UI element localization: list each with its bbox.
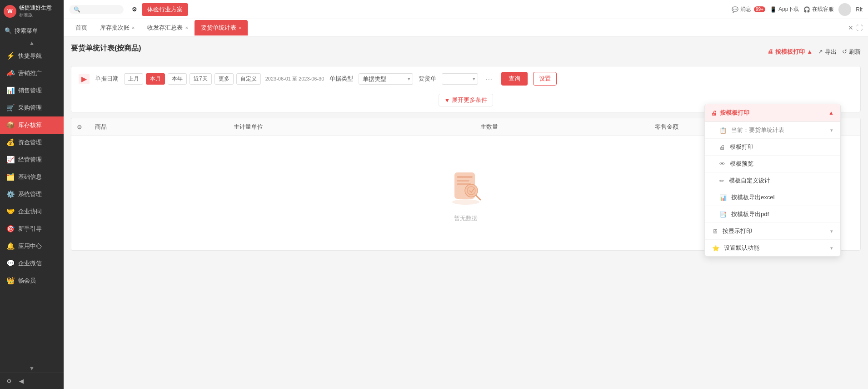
- basic-icon: 🗂️: [6, 173, 15, 181]
- sidebar-item-quick-nav[interactable]: ⚡ 快捷导航: [0, 47, 64, 65]
- refresh-button[interactable]: ↺ 刷新: [842, 48, 861, 56]
- sidebar-item-guide[interactable]: 🎯 新手引导: [0, 220, 64, 237]
- date-prev-month-button[interactable]: 上月: [124, 73, 143, 85]
- dropdown-display-print[interactable]: 🖥 按显示打印 ▾: [705, 223, 840, 240]
- dropdown-set-default-icon: ⭐: [712, 245, 719, 252]
- topbar-search-box[interactable]: 🔍: [69, 5, 124, 14]
- table-col-qty-label: 主数量: [480, 123, 498, 130]
- date-custom-button[interactable]: 自定义: [236, 73, 261, 85]
- sidebar-item-marketing[interactable]: 📣 营销推广: [0, 65, 64, 82]
- dropdown-header-right: ▲: [828, 110, 834, 116]
- sidebar-item-system[interactable]: ⚙️ 系统管理: [0, 186, 64, 203]
- export-button[interactable]: ↗ 导出: [818, 48, 837, 56]
- table-col-unit-label: 主计量单位: [234, 123, 263, 130]
- sidebar-search[interactable]: 🔍 搜索菜单: [0, 23, 64, 39]
- online-service-button[interactable]: 🎧 在线客服: [803, 5, 834, 13]
- date-range-text: 2023-06-01 至 2023-06-30: [265, 76, 324, 82]
- query-button[interactable]: 查询: [501, 72, 528, 86]
- dropdown-template-print[interactable]: 🖨 模板打印: [705, 139, 840, 156]
- app-download-button[interactable]: 📱 App下载: [770, 5, 799, 13]
- expand-more-button[interactable]: ▼ 展开更多条件: [439, 94, 494, 106]
- sidebar-scroll-down[interactable]: ▼: [0, 364, 64, 373]
- tab-order-stats-close[interactable]: ×: [239, 25, 241, 30]
- sidebar-item-inventory[interactable]: 📦 库存核算: [0, 116, 64, 134]
- tab-collect-summary-close[interactable]: ×: [185, 25, 188, 30]
- dropdown-current-template[interactable]: 📋 当前：要货单统计表 ▾: [705, 122, 840, 139]
- search-icon: 🔍: [5, 27, 12, 34]
- dropdown-header: 🖨 按模板打印 ▲: [705, 104, 840, 122]
- date-label: 单据日期: [95, 75, 119, 83]
- sidebar-item-cooperation[interactable]: 🤝 企业协同: [0, 203, 64, 220]
- sidebar-settings-icon[interactable]: ⚙: [6, 378, 12, 384]
- tab-home[interactable]: 首页: [69, 20, 94, 35]
- message-button[interactable]: 💬 消息 99+: [732, 5, 765, 13]
- svg-rect-2: [457, 176, 473, 178]
- tab-maximize-icon[interactable]: ⛶: [856, 24, 863, 31]
- sidebar-item-label: 销售管理: [18, 86, 42, 95]
- sidebar-logo: W 畅捷通好生意 标准版: [0, 0, 64, 23]
- table-col-settings-icon[interactable]: ⚙: [77, 124, 82, 131]
- member-icon: 👑: [6, 277, 15, 285]
- tab-batch-account[interactable]: 库存批次账 ×: [94, 20, 141, 35]
- svg-line-7: [476, 195, 480, 200]
- sidebar-item-finance[interactable]: 💰 资金管理: [0, 134, 64, 151]
- date-more-button[interactable]: 更多: [215, 73, 234, 85]
- dropdown-template-pdf-icon: 📑: [719, 211, 727, 218]
- tab-order-stats-label: 要货单统计表: [201, 24, 236, 32]
- tabs-end: ✕ ⛶: [848, 24, 863, 31]
- topbar-actions: 💬 消息 99+ 📱 App下载 🎧 在线客服 Rit: [732, 3, 863, 16]
- date-filter: 上月 本月 本年 近7天 更多 自定义 2023-06-01 至 2023-06…: [124, 73, 324, 85]
- date-current-year-button[interactable]: 本年: [168, 73, 187, 85]
- sidebar-item-purchase[interactable]: 🛒 采购管理: [0, 99, 64, 116]
- username-label: Rit: [856, 6, 863, 13]
- table-header-unit: 主计量单位: [228, 118, 475, 136]
- sidebar-item-appstore[interactable]: 🔔 应用中心: [0, 237, 64, 255]
- topbar-gear-icon[interactable]: ⚙: [132, 6, 137, 13]
- dropdown-template-export-pdf[interactable]: 📑 按模板导出pdf: [705, 206, 840, 223]
- industry-solution-button[interactable]: 体验行业方案: [142, 3, 188, 16]
- tab-close-window-icon[interactable]: ✕: [848, 24, 853, 31]
- service-icon: 🎧: [803, 6, 810, 13]
- print-template-label: 按模板打印: [775, 48, 805, 56]
- svg-rect-3: [457, 180, 469, 182]
- print-template-arrow-up: ▲: [807, 48, 813, 55]
- date-last7days-button[interactable]: 近7天: [190, 73, 212, 85]
- order-select[interactable]: [442, 73, 478, 85]
- marketing-icon: 📣: [6, 69, 15, 77]
- tab-order-stats[interactable]: 要货单统计表 ×: [195, 20, 248, 35]
- sidebar-item-basic[interactable]: 🗂️ 基础信息: [0, 168, 64, 186]
- sidebar-item-sales[interactable]: 📊 销售管理: [0, 82, 64, 99]
- filter-more-icon[interactable]: ···: [485, 74, 492, 84]
- sidebar-collapse-icon[interactable]: ◀: [19, 378, 24, 384]
- sidebar-item-operations[interactable]: 📈 经营管理: [0, 151, 64, 168]
- date-current-month-button[interactable]: 本月: [146, 73, 165, 85]
- dropdown-template-preview-label: 模板预览: [730, 160, 753, 168]
- type-label: 单据类型: [329, 75, 353, 83]
- user-avatar[interactable]: [838, 3, 851, 16]
- type-select[interactable]: 单据类型: [359, 73, 413, 85]
- table-header-settings[interactable]: ⚙: [71, 118, 90, 136]
- topbar-search-icon: 🔍: [74, 6, 80, 13]
- sidebar-item-label: 系统管理: [18, 190, 42, 198]
- sidebar-scroll-up[interactable]: ▲: [0, 39, 64, 47]
- refresh-icon: ↺: [842, 48, 847, 55]
- dropdown-template-export-excel[interactable]: 📊 按模板导出excel: [705, 189, 840, 206]
- service-label: 在线客服: [812, 5, 834, 13]
- sidebar-item-member[interactable]: 👑 畅会员: [0, 272, 64, 289]
- print-template-dropdown: 🖨 按模板打印 ▲ 📋 当前：要货单统计表 ▾ 🖨 模板打印 👁: [704, 104, 841, 257]
- sidebar-item-label: 采购管理: [18, 104, 42, 112]
- svg-point-0: [452, 199, 479, 205]
- filter-expand-toggle[interactable]: ▶: [79, 74, 90, 84]
- dropdown-template-design[interactable]: ✏ 模板自定义设计: [705, 172, 840, 189]
- dropdown-collapse-icon[interactable]: ▲: [828, 110, 834, 116]
- dropdown-set-default[interactable]: ⭐ 设置默认功能 ▾: [705, 240, 840, 256]
- tab-collect-summary[interactable]: 收发存汇总表 ×: [141, 20, 194, 35]
- type-select-wrapper: 单据类型 ▾: [359, 73, 413, 85]
- settings-button[interactable]: 设置: [533, 72, 557, 86]
- sidebar-item-wechat[interactable]: 💬 企业微信: [0, 255, 64, 272]
- print-template-button[interactable]: 🖨 按模板打印 ▲: [768, 48, 813, 56]
- dropdown-template-preview[interactable]: 👁 模板预览: [705, 156, 840, 172]
- dropdown-template-print-icon: 🖨: [719, 144, 725, 151]
- tab-batch-account-close[interactable]: ×: [132, 25, 135, 30]
- dropdown-current-template-icon: 📋: [719, 127, 727, 134]
